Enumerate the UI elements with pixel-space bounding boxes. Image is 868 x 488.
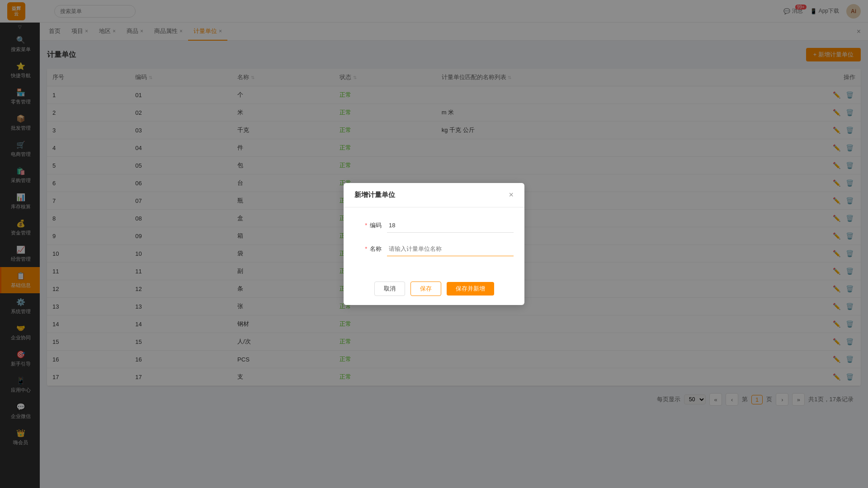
- required-star: *: [365, 222, 367, 229]
- code-input[interactable]: [387, 218, 514, 233]
- modal-overlay: 新增计量单位 × * 编码 * 名称 取消 保存 保存并新增: [0, 0, 868, 488]
- form-row-name: * 名称: [354, 242, 514, 256]
- modal-body: * 编码 * 名称: [344, 207, 524, 276]
- modal-close-button[interactable]: ×: [509, 190, 514, 200]
- required-star-name: *: [365, 245, 367, 252]
- name-input[interactable]: [387, 242, 514, 256]
- add-unit-modal: 新增计量单位 × * 编码 * 名称 取消 保存 保存并新增: [344, 183, 524, 305]
- save-button[interactable]: 保存: [410, 282, 441, 296]
- cancel-button[interactable]: 取消: [374, 282, 405, 296]
- save-and-new-button[interactable]: 保存并新增: [447, 282, 494, 296]
- code-label: * 编码: [354, 221, 382, 230]
- modal-footer: 取消 保存 保存并新增: [344, 276, 524, 305]
- form-row-code: * 编码: [354, 218, 514, 233]
- name-label: * 名称: [354, 245, 382, 253]
- modal-title: 新增计量单位: [354, 191, 395, 199]
- modal-header: 新增计量单位 ×: [344, 183, 524, 207]
